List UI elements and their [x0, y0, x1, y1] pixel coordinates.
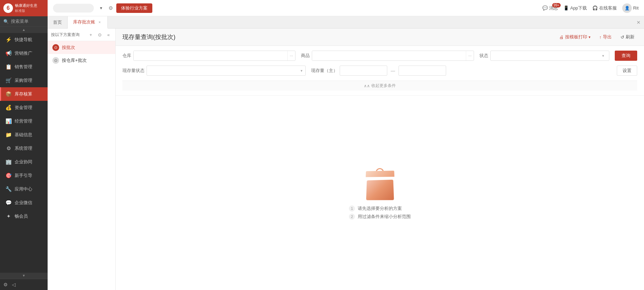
- operations-label: 经营管理: [15, 118, 32, 124]
- appstore-icon: 🔧: [5, 186, 12, 192]
- box-lid: [366, 170, 394, 177]
- collapse-up-icon: ∧∧: [364, 84, 370, 88]
- tabbar-close-right[interactable]: ✕: [633, 16, 644, 29]
- collapse-panel-icon[interactable]: «: [105, 31, 112, 38]
- print-dropdown-icon[interactable]: ▾: [589, 35, 591, 39]
- plan-item-by-warehouse-batch[interactable]: ⊙ 按仓库+批次: [48, 54, 115, 67]
- stock-status-select[interactable]: ▾: [147, 66, 306, 76]
- wechat-icon: 💬: [5, 200, 12, 206]
- left-panel: 按以下方案查询 + ⊙ « ⊙ 按批次 ⊙ 按仓库+批次: [48, 29, 116, 290]
- status-dropdown-icon[interactable]: ▾: [602, 54, 606, 58]
- empty-state: 1 请先选择要分析的方案 2 用过滤条件来缩小分析范围: [116, 96, 644, 290]
- settings-icon[interactable]: ⚙: [3, 282, 8, 287]
- query-button[interactable]: 查询: [615, 51, 637, 61]
- status-input[interactable]: [493, 51, 602, 60]
- mobile-icon: 📱: [563, 5, 569, 11]
- finance-icon: 💰: [5, 105, 12, 111]
- tab-home[interactable]: 首页: [48, 16, 68, 29]
- sidebar-header: 6 畅康通好生意 标准版: [0, 0, 48, 16]
- topbar-dropdown[interactable]: ▾: [97, 4, 105, 12]
- sidebar-item-marketing[interactable]: 📢 营销推广: [0, 47, 48, 60]
- empty-hints: 1 请先选择要分析的方案 2 用过滤条件来缩小分析范围: [349, 205, 411, 220]
- sidebar-item-wechat[interactable]: 💬 企业微信: [0, 196, 48, 210]
- export-label: 导出: [603, 34, 612, 40]
- inventory-label: 库存核算: [15, 91, 32, 97]
- stock-status-arrow: ▾: [301, 69, 303, 73]
- status-select[interactable]: ▾: [490, 51, 609, 61]
- inventory-icon: 📦: [5, 91, 12, 97]
- settings-button[interactable]: 设置: [617, 66, 637, 76]
- hint-item-1: 1 请先选择要分析的方案: [349, 205, 411, 212]
- sidebar-item-basic[interactable]: 📁 基础信息: [0, 128, 48, 142]
- topbar-gear-icon[interactable]: ⚙: [108, 5, 113, 11]
- sidebar-item-inventory[interactable]: 📦 库存核算: [0, 87, 48, 101]
- filter-row-1: 仓库 ··· 商品 ···: [122, 51, 637, 61]
- tab-inventory-batch[interactable]: 库存批次账 ×: [68, 16, 108, 29]
- tabbar: 首页 库存批次账 × ✕: [48, 16, 644, 29]
- messages-item[interactable]: 💬 消息 99+: [542, 5, 558, 11]
- search-menu-item[interactable]: 🔍 搜索菜单: [0, 16, 48, 27]
- sidebar-item-finance[interactable]: 💰 资金管理: [0, 101, 48, 114]
- hint-num-2: 2: [349, 214, 355, 220]
- user-name: Rit: [633, 5, 639, 11]
- warehouse-input[interactable]: [134, 51, 287, 60]
- sidebar-item-enterprise[interactable]: 🏢 企业协同: [0, 155, 48, 169]
- product-input-box[interactable]: ···: [312, 51, 474, 61]
- purchase-icon: 🛒: [5, 77, 12, 84]
- sales-label: 销售管理: [15, 64, 32, 70]
- product-more-icon[interactable]: ···: [466, 51, 474, 60]
- empty-icon: [363, 166, 397, 200]
- sidebar-item-quick-nav[interactable]: ⚡ 快捷导航: [0, 33, 48, 47]
- plan-icon-batch: ⊙: [52, 44, 59, 51]
- stock-qty-from[interactable]: [340, 66, 387, 76]
- collapse-conditions-btn[interactable]: ∧∧ 收起更多条件: [122, 80, 637, 91]
- stock-qty-to[interactable]: [399, 66, 446, 76]
- app-download-label: App下载: [570, 5, 587, 11]
- warehouse-more-icon[interactable]: ···: [287, 51, 295, 60]
- industry-btn[interactable]: 体验行业方案: [116, 3, 152, 13]
- export-btn[interactable]: ↑ 导出: [597, 33, 615, 41]
- status-filter-label: 状态: [479, 53, 488, 59]
- sidebar-company-info: 畅康通好生意 标准版: [15, 3, 37, 13]
- close-tab-icon: ✕: [637, 20, 641, 25]
- sidebar-item-purchase[interactable]: 🛒 采购管理: [0, 74, 48, 87]
- filter-product: 商品 ···: [301, 51, 474, 61]
- sidebar-item-newbie[interactable]: 🎯 新手引导: [0, 169, 48, 182]
- print-template-btn[interactable]: 🖨 按模板打印 ▾: [557, 33, 593, 41]
- operations-icon: 📊: [5, 118, 12, 124]
- app-download-item[interactable]: 📱 App下载: [563, 5, 587, 11]
- sidebar-nav: ⚡ 快捷导航 📢 营销推广 📋 销售管理 🛒 采购管理 📦 库存核算 💰 资金管…: [0, 33, 48, 273]
- sidebar-item-sales[interactable]: 📋 销售管理: [0, 60, 48, 74]
- user-avatar-item[interactable]: 👤 Rit: [622, 3, 639, 13]
- plan-item-by-batch[interactable]: ⊙ 按批次: [48, 41, 115, 54]
- member-icon: ✦: [5, 213, 12, 219]
- avatar-text: 👤: [625, 6, 630, 11]
- topbar-right: 💬 消息 99+ 📱 App下载 🎧 在线客服 👤 Rit: [542, 3, 639, 13]
- product-filter-label: 商品: [301, 53, 310, 59]
- product-input[interactable]: [312, 51, 466, 60]
- stock-status-label: 现存量状态: [122, 68, 145, 74]
- sidebar-scroll-up[interactable]: ▲: [0, 27, 48, 33]
- sidebar-item-system[interactable]: ⚙ 系统管理: [0, 142, 48, 155]
- sidebar-bottom: ⚙ ◁: [0, 279, 48, 290]
- plan-settings-icon[interactable]: ⊙: [96, 31, 103, 38]
- online-support-item[interactable]: 🎧 在线客服: [592, 5, 617, 11]
- sidebar-item-operations[interactable]: 📊 经营管理: [0, 114, 48, 128]
- sidebar-item-member[interactable]: ✦ 畅会员: [0, 210, 48, 223]
- toggle-sidebar-icon[interactable]: ◁: [12, 282, 16, 287]
- tab-close-icon[interactable]: ×: [97, 20, 102, 24]
- box-body: [366, 180, 394, 200]
- refresh-btn[interactable]: ↺ 刷新: [618, 33, 637, 41]
- add-plan-icon[interactable]: +: [87, 31, 94, 38]
- filter-settings-area: 设置: [500, 66, 637, 76]
- search-icon: 🔍: [3, 19, 9, 24]
- basic-icon: 📁: [5, 132, 12, 138]
- wechat-label: 企业微信: [15, 200, 32, 206]
- plan-icon-warehouse-batch: ⊙: [52, 57, 59, 64]
- title-actions: 🖨 按模板打印 ▾ ↑ 导出 ↺ 刷新: [557, 33, 638, 41]
- tab-inventory-batch-label: 库存批次账: [73, 19, 95, 25]
- sidebar-item-appstore[interactable]: 🔧 应用中心: [0, 182, 48, 196]
- filter-warehouse: 仓库 ···: [122, 51, 295, 61]
- sidebar-scroll-down[interactable]: ▼: [0, 273, 48, 279]
- warehouse-input-box[interactable]: ···: [133, 51, 295, 61]
